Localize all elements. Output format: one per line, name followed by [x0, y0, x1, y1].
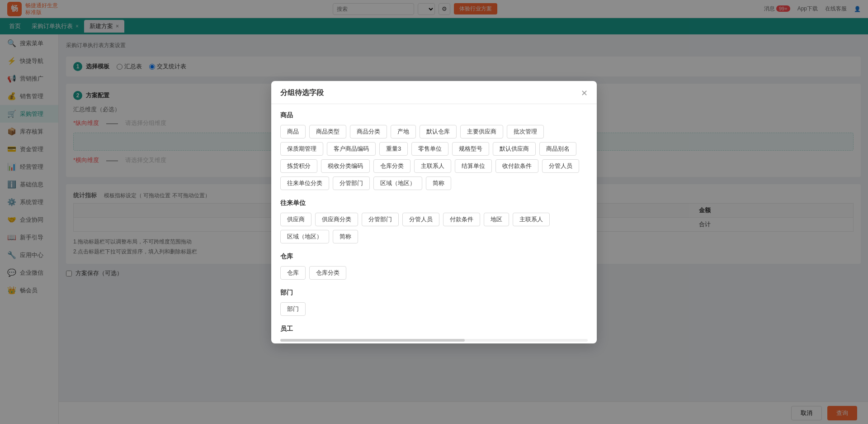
field-tag-warehouse-category[interactable]: 仓库分类	[373, 159, 410, 173]
field-tag-main-supplier[interactable]: 主要供应商	[460, 125, 503, 138]
field-tag-weight[interactable]: 重量3	[379, 142, 408, 156]
field-tag-dept[interactable]: 分管部门	[333, 176, 370, 190]
field-tag-partner-category[interactable]: 往来单位分类	[280, 176, 329, 190]
field-tag-partner-dept[interactable]: 分管部门	[362, 213, 399, 226]
modal-header: 分组待选字段 ✕	[271, 81, 597, 104]
section-warehouse-title: 仓库	[280, 252, 588, 261]
modal-title: 分组待选字段	[280, 88, 324, 98]
field-tag-product-alias[interactable]: 商品别名	[539, 142, 576, 156]
section-warehouse: 仓库 仓库 仓库分类	[280, 252, 588, 280]
field-tag-partner-region[interactable]: 区域（地区）	[280, 230, 329, 243]
modal-scroll-bar-area	[271, 337, 597, 343]
field-tag-product[interactable]: 商品	[280, 125, 306, 138]
section-employee: 员工 业务员	[280, 325, 588, 337]
field-tag-retail-unit[interactable]: 零售单位	[411, 142, 448, 156]
section-product: 商品 商品 商品类型 商品分类 产地 默认仓库 主要供应商 批次管理 保质期管理…	[280, 111, 588, 190]
modal-hscrollbar[interactable]	[280, 339, 588, 342]
field-tag-spec-model[interactable]: 规格型号	[452, 142, 489, 156]
product-field-tags: 商品 商品类型 商品分类 产地 默认仓库 主要供应商 批次管理 保质期管理 客户…	[280, 125, 588, 190]
field-tag-main-contact[interactable]: 主联系人	[414, 159, 451, 173]
warehouse-field-tags: 仓库 仓库分类	[280, 266, 588, 280]
field-tag-partner-supervisor[interactable]: 分管人员	[402, 213, 439, 226]
field-tag-partner-contact[interactable]: 主联系人	[513, 213, 550, 226]
field-tag-customer-code[interactable]: 客户商品编码	[327, 142, 376, 156]
field-tag-pick-points[interactable]: 拣货积分	[280, 159, 317, 173]
field-tag-warehouse-cat[interactable]: 仓库分类	[309, 266, 346, 280]
field-tag-area[interactable]: 地区	[484, 213, 509, 226]
section-dept-title: 部门	[280, 289, 588, 297]
section-employee-title: 员工	[280, 325, 588, 333]
section-department: 部门 部门	[280, 289, 588, 316]
section-partner: 往来单位 供应商 供应商分类 分管部门 分管人员 付款条件 地区 主联系人 区域…	[280, 199, 588, 243]
field-tag-batch-mgmt[interactable]: 批次管理	[507, 125, 544, 138]
field-tag-tax-code[interactable]: 税收分类编码	[321, 159, 370, 173]
modal-hscrollbar-thumb	[280, 339, 465, 342]
field-tag-product-type[interactable]: 商品类型	[309, 125, 346, 138]
field-tag-default-warehouse[interactable]: 默认仓库	[420, 125, 457, 138]
field-tag-settlement-unit[interactable]: 结算单位	[455, 159, 492, 173]
field-tag-department[interactable]: 部门	[280, 302, 306, 316]
field-tag-default-supplier[interactable]: 默认供应商	[493, 142, 536, 156]
field-tag-supplier[interactable]: 供应商	[280, 213, 311, 226]
field-selector-modal: 分组待选字段 ✕ 商品 商品 商品类型 商品分类 产地 默认仓库 主要供应商 批…	[271, 81, 597, 343]
modal-overlay: 分组待选字段 ✕ 商品 商品 商品类型 商品分类 产地 默认仓库 主要供应商 批…	[0, 0, 868, 424]
field-tag-payment-terms[interactable]: 收付款条件	[495, 159, 538, 173]
dept-field-tags: 部门	[280, 302, 588, 316]
field-tag-expiry-mgmt[interactable]: 保质期管理	[280, 142, 323, 156]
field-tag-origin[interactable]: 产地	[391, 125, 416, 138]
modal-close-button[interactable]: ✕	[581, 88, 588, 98]
field-tag-abbr[interactable]: 简称	[426, 176, 451, 190]
field-tag-supplier-category[interactable]: 供应商分类	[315, 213, 358, 226]
field-tag-payment-condition[interactable]: 付款条件	[443, 213, 480, 226]
field-tag-supervisor[interactable]: 分管人员	[542, 159, 579, 173]
field-tag-partner-abbr[interactable]: 简称	[333, 230, 358, 243]
field-tag-warehouse[interactable]: 仓库	[280, 266, 306, 280]
section-partner-title: 往来单位	[280, 199, 588, 207]
field-tag-product-category[interactable]: 商品分类	[350, 125, 387, 138]
modal-body: 商品 商品 商品类型 商品分类 产地 默认仓库 主要供应商 批次管理 保质期管理…	[271, 104, 597, 337]
partner-field-tags: 供应商 供应商分类 分管部门 分管人员 付款条件 地区 主联系人 区域（地区） …	[280, 213, 588, 243]
section-product-title: 商品	[280, 111, 588, 119]
field-tag-region[interactable]: 区域（地区）	[373, 176, 422, 190]
